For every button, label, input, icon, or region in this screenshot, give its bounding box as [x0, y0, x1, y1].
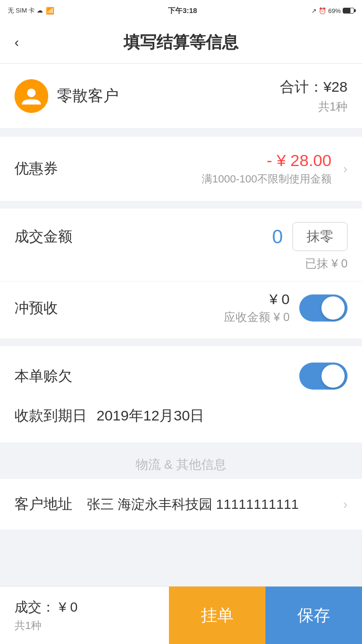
- summary-count: 共1种: [280, 99, 348, 114]
- customer-name: 零散客户: [57, 85, 119, 107]
- status-right: ↗ ⏰ 69%: [311, 7, 354, 14]
- pre-amounts: ¥ 0 应收金额 ¥ 0: [224, 291, 290, 325]
- coupon-value-area: - ¥ 28.00 满1000-100不限制使用金额 ›: [202, 151, 348, 186]
- amount-input-area: 0 抹零: [264, 222, 348, 251]
- status-left: 无 SIM 卡 ☁ 📶: [8, 6, 54, 15]
- avatar: [14, 79, 48, 113]
- customer-left: 零散客户: [14, 79, 119, 113]
- pre-collection-label: 冲预收: [14, 298, 58, 318]
- round-button[interactable]: 抹零: [292, 222, 348, 251]
- amount-row: 成交金额 0 抹零: [0, 209, 362, 256]
- toggle-thumb: [321, 296, 345, 320]
- nav-bar: ‹ 填写结算等信息: [0, 21, 362, 64]
- divider-3: [0, 338, 362, 346]
- hang-button[interactable]: 挂单: [169, 587, 265, 644]
- location-icon: ↗: [311, 7, 317, 14]
- status-time: 下午3:18: [168, 6, 197, 15]
- logistics-divider: 物流 & 其他信息: [0, 450, 362, 479]
- coupon-amount: - ¥ 28.00: [202, 151, 332, 170]
- coupon-row[interactable]: 优惠券 - ¥ 28.00 满1000-100不限制使用金额 ›: [0, 137, 362, 201]
- debit-row: 本单赊欠: [0, 346, 362, 406]
- battery-icon: [343, 8, 354, 14]
- coupon-section: 优惠券 - ¥ 28.00 满1000-100不限制使用金额 ›: [0, 137, 362, 201]
- divider-2: [0, 201, 362, 209]
- address-chevron-icon: ›: [343, 497, 348, 512]
- page-title: 填写结算等信息: [124, 31, 238, 54]
- divider-1: [0, 129, 362, 137]
- coupon-desc: 满1000-100不限制使用金额: [202, 172, 332, 186]
- address-label: 客户地址: [14, 494, 72, 514]
- pre-amount-sub: 应收金额 ¥ 0: [224, 309, 290, 325]
- coupon-right: - ¥ 28.00 满1000-100不限制使用金额: [202, 151, 332, 186]
- transaction-value[interactable]: 0: [264, 226, 283, 248]
- coupon-label: 优惠券: [14, 159, 58, 179]
- due-date-label: 收款到期日: [14, 406, 87, 426]
- alarm-icon: ⏰: [319, 7, 326, 14]
- save-button[interactable]: 保存: [265, 587, 362, 644]
- main-content: 零散客户 合计：¥28 共1种 优惠券 - ¥ 28.00 满1000-100不…: [0, 64, 362, 595]
- due-date-row: 收款到期日 2019年12月30日: [0, 406, 362, 442]
- pre-collection-row: 冲预收 ¥ 0 应收金额 ¥ 0: [0, 281, 362, 338]
- status-bar: 无 SIM 卡 ☁ 📶 下午3:18 ↗ ⏰ 69%: [0, 0, 362, 21]
- address-value: 张三 海淀永丰科技园 11111111111: [87, 495, 329, 514]
- due-date-value[interactable]: 2019年12月30日: [97, 406, 204, 426]
- back-button[interactable]: ‹: [10, 30, 24, 55]
- bottom-count-text: 共1种: [14, 618, 154, 633]
- deal-amount: ¥ 0: [59, 600, 78, 615]
- debit-section: 本单赊欠 收款到期日 2019年12月30日: [0, 346, 362, 442]
- customer-row: 零散客户 合计：¥28 共1种: [0, 64, 362, 128]
- bottom-summary: 成交： ¥ 0 共1种: [0, 598, 169, 633]
- pre-collection-toggle[interactable]: [299, 294, 348, 322]
- summary-total: 合计：¥28: [280, 77, 348, 97]
- bottom-buttons: 挂单 保存: [169, 587, 362, 644]
- svg-point-0: [27, 88, 36, 97]
- already-zeroed-text: 已抹 ¥ 0: [0, 256, 362, 281]
- bottom-bar: 成交： ¥ 0 共1种 挂单 保存: [0, 586, 362, 644]
- pre-amount-main: ¥ 0: [224, 291, 290, 308]
- deal-label: 成交：: [14, 600, 55, 615]
- pre-collection-right: ¥ 0 应收金额 ¥ 0: [224, 291, 348, 325]
- person-icon: [21, 85, 42, 107]
- debit-label: 本单赊欠: [14, 366, 72, 386]
- address-row[interactable]: 客户地址 张三 海淀永丰科技园 11111111111 ›: [0, 479, 362, 530]
- customer-summary: 合计：¥28 共1种: [280, 77, 348, 114]
- transaction-label: 成交金额: [14, 227, 72, 247]
- wifi-icon: 📶: [46, 7, 54, 14]
- debit-toggle-thumb: [321, 364, 345, 388]
- battery-text: 69%: [328, 7, 341, 14]
- debit-toggle[interactable]: [299, 363, 348, 390]
- coupon-chevron-icon: ›: [343, 161, 348, 177]
- address-section: 客户地址 张三 海淀永丰科技园 11111111111 ›: [0, 479, 362, 530]
- no-sim-text: 无 SIM 卡 ☁: [8, 6, 43, 15]
- logistics-label: 物流 & 其他信息: [136, 456, 226, 473]
- bottom-deal-text: 成交： ¥ 0: [14, 598, 154, 616]
- amount-section: 成交金额 0 抹零 已抹 ¥ 0 冲预收 ¥ 0 应收金额 ¥ 0: [0, 209, 362, 338]
